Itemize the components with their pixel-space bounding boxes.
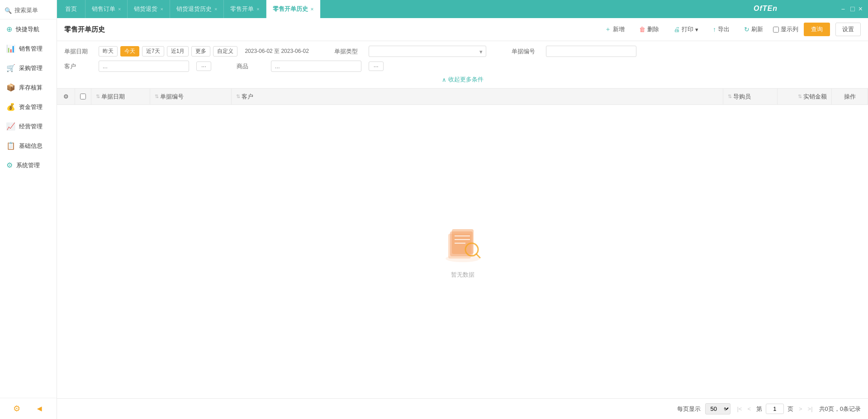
maximize-button[interactable]: □ [850, 5, 855, 13]
page-input[interactable] [766, 404, 784, 414]
export-button[interactable]: ↑ 导出 [708, 23, 734, 36]
date-range: 2023-06-02 至 2023-06-02 [245, 47, 308, 55]
date-btn-1month[interactable]: 近1月 [167, 46, 189, 56]
th-amount-sort-icon: ⇅ [798, 94, 802, 99]
sidebar-item-basic-info[interactable]: 📋 基础信息 [0, 136, 57, 155]
select-all-checkbox[interactable] [80, 94, 86, 99]
page-size-select[interactable]: 10 20 50 100 [705, 403, 730, 414]
display-cols-checkbox[interactable] [773, 27, 779, 33]
customer-ellipsis[interactable]: ··· [196, 61, 211, 71]
th-checkbox[interactable] [75, 89, 91, 104]
print-label: 打印 [682, 25, 693, 33]
th-settings[interactable]: ⚙ [57, 89, 75, 104]
th-number[interactable]: ⇅ 单据编号 [150, 89, 232, 104]
refresh-icon: ↻ [744, 26, 749, 33]
setting-button[interactable]: 设置 [835, 23, 861, 36]
print-button[interactable]: 🖨 打印 ▾ [669, 23, 703, 36]
delete-label: 删除 [647, 25, 659, 33]
tab-retail-open-history-label: 零售开单历史 [273, 5, 308, 13]
tab-sales-return-close[interactable]: × [160, 6, 163, 12]
prev-page-button[interactable]: < [745, 405, 753, 413]
sidebar-item-purchase-mgmt[interactable]: 🛒 采购管理 [0, 58, 57, 78]
tab-sales-return-history-close[interactable]: × [214, 6, 217, 12]
tab-retail-open-close[interactable]: × [256, 6, 259, 12]
sidebar-item-label: 系统管理 [16, 161, 40, 169]
th-amount[interactable]: ⇅ 实销金额 [778, 89, 832, 104]
doc-number-label: 单据编号 [512, 47, 539, 56]
sidebar-item-sys-mgmt[interactable]: ⚙ 系统管理 [0, 155, 57, 175]
settings-icon[interactable]: ⚙ [13, 404, 20, 414]
tab-sales-return-history[interactable]: 销货退货历史 × [170, 0, 224, 18]
window-controls: － □ × [840, 5, 868, 14]
tab-retail-open-label: 零售开单 [230, 5, 254, 13]
display-cols-toggle[interactable]: 显示列 [773, 25, 798, 33]
delete-icon: 🗑 [639, 26, 645, 33]
date-btn-yesterday[interactable]: 昨天 [99, 46, 118, 56]
th-customer-sort-icon: ⇅ [236, 94, 240, 99]
th-customer[interactable]: ⇅ 客户 [232, 89, 723, 104]
collapse-button[interactable]: ∧ 收起更多条件 [64, 75, 861, 84]
export-icon: ↑ [713, 26, 716, 33]
goods-input[interactable] [271, 61, 361, 72]
sidebar-search[interactable]: 🔍 搜索菜单 [0, 0, 57, 19]
sidebar-item-inventory[interactable]: 📦 库存核算 [0, 78, 57, 97]
tab-sales-order[interactable]: 销售订单 × [85, 0, 128, 18]
tab-retail-open-history[interactable]: 零售开单历史 × [266, 0, 320, 18]
th-guide-label: 导购员 [733, 93, 751, 101]
tab-home[interactable]: 首页 [57, 0, 85, 18]
last-page-button[interactable]: >| [806, 405, 815, 413]
th-date[interactable]: ⇅ 单据日期 [91, 89, 150, 104]
sidebar-item-label: 基础信息 [19, 142, 43, 150]
page-label: 第 [754, 404, 764, 414]
date-shortcuts: 昨天 今天 近7天 近1月 更多 自定义 [99, 46, 237, 56]
date-btn-custom[interactable]: 自定义 [213, 46, 237, 56]
date-btn-7days[interactable]: 近7天 [142, 46, 164, 56]
filter-area: 单据日期 昨天 今天 近7天 近1月 更多 自定义 2023-06-02 至 2… [57, 41, 868, 89]
sidebar-item-sales-mgmt[interactable]: 📊 销售管理 [0, 39, 57, 58]
doc-type-select[interactable] [369, 46, 486, 57]
collapse-icon[interactable]: ◄ [35, 404, 43, 414]
sidebar-item-operations[interactable]: 📈 经营管理 [0, 117, 57, 136]
sidebar-item-finance[interactable]: 💰 资金管理 [0, 97, 57, 117]
tab-retail-open-history-close[interactable]: × [311, 6, 313, 12]
add-label: 新增 [613, 25, 625, 33]
sidebar-item-quick-nav[interactable]: ⊕ 快捷导航 [0, 19, 57, 39]
operations-icon: 📈 [6, 122, 15, 131]
delete-button[interactable]: 🗑 删除 [635, 23, 664, 36]
add-button[interactable]: ＋ 新增 [600, 23, 629, 36]
tab-sales-return-history-label: 销货退货历史 [176, 5, 212, 13]
next-page-button[interactable]: > [797, 405, 804, 413]
doc-type-label: 单据类型 [334, 47, 361, 56]
th-date-label: 单据日期 [101, 93, 125, 101]
th-number-sort-icon: ⇅ [155, 94, 159, 99]
tab-sales-return-label: 销货退货 [134, 5, 157, 13]
basic-info-icon: 📋 [6, 141, 15, 150]
sidebar-item-label: 资金管理 [19, 103, 43, 111]
collapse-label: 收起更多条件 [448, 75, 484, 84]
customer-label: 客户 [64, 62, 91, 71]
first-page-button[interactable]: |< [735, 405, 744, 413]
page-suffix: 页 [786, 404, 795, 414]
customer-input[interactable] [99, 61, 189, 72]
query-button[interactable]: 查询 [804, 23, 830, 36]
toolbar: ＋ 新增 🗑 删除 🖨 打印 ▾ ↑ 导出 ↻ 刷新 显示列 [600, 23, 861, 36]
th-guide-sort-icon: ⇅ [728, 94, 732, 99]
page-size-wrapper: 10 20 50 100 [705, 403, 730, 414]
goods-ellipsis[interactable]: ··· [369, 61, 384, 71]
refresh-button[interactable]: ↻ 刷新 [740, 23, 768, 36]
th-guide[interactable]: ⇅ 导购员 [723, 89, 778, 104]
minimize-button[interactable]: － [840, 5, 847, 14]
empty-state: 暂无数据 [57, 105, 868, 398]
tab-sales-return[interactable]: 销货退货 × [128, 0, 170, 18]
collapse-chevron: ∧ [442, 76, 446, 83]
tab-bar: 首页 销售订单 × 销货退货 × 销货退货历史 × 零售开单 × 零售开单历史 … [57, 0, 868, 18]
doc-number-input[interactable] [546, 46, 636, 57]
tab-sales-order-close[interactable]: × [118, 6, 121, 12]
inventory-icon: 📦 [6, 83, 15, 92]
date-btn-today[interactable]: 今天 [120, 46, 139, 56]
sales-icon: 📊 [6, 44, 15, 53]
tab-retail-open[interactable]: 零售开单 × [224, 0, 266, 18]
date-btn-more[interactable]: 更多 [191, 46, 210, 56]
date-label: 单据日期 [64, 47, 91, 56]
close-button[interactable]: × [859, 5, 863, 13]
